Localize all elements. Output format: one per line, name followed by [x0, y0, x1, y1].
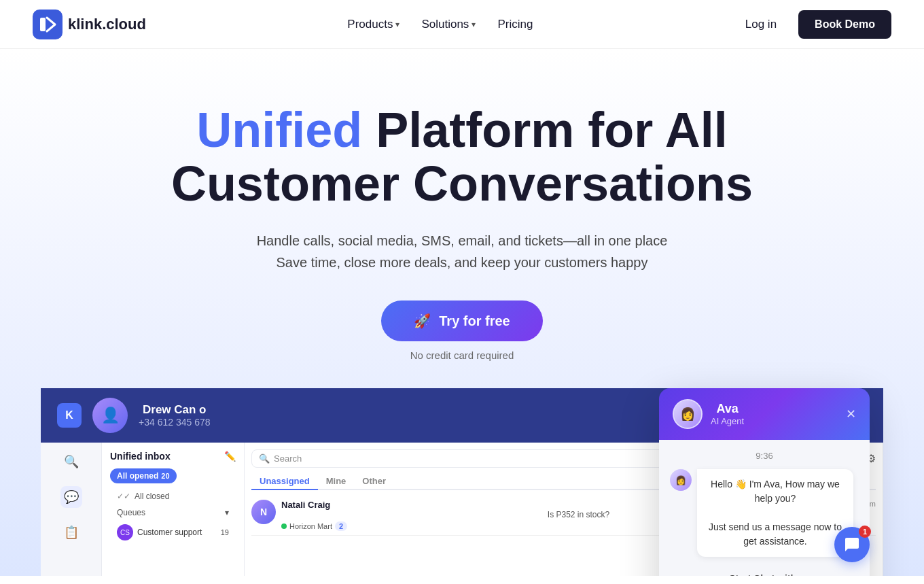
check-icon: ✓✓ [117, 492, 130, 501]
caller-name: Drew Can o [139, 403, 211, 417]
search-sidebar-icon[interactable]: 🔍 [60, 451, 82, 473]
nav-solutions-label: Solutions [421, 18, 469, 31]
chat-bubble: Hello 👋 I'm Ava, How may we help you? Ju… [697, 469, 853, 557]
queues-label: Queues [117, 508, 145, 517]
inbox-title: Unified inbox [110, 451, 171, 462]
search-icon: 🔍 [259, 453, 270, 464]
tag-dot-icon [281, 523, 287, 529]
try-for-free-button[interactable]: 🚀 Try for free [381, 300, 542, 341]
hero-section: Unified Platform for All Customer Conver… [0, 49, 924, 576]
message-badge: 2 [335, 521, 347, 531]
queues-chevron-icon: ▾ [225, 508, 229, 517]
customer-support-count: 19 [221, 528, 229, 536]
nav-products-label: Products [347, 18, 393, 31]
chat-start-section: Start Chat with: [670, 565, 859, 576]
chat-bubble-wrap: 👩 Hello 👋 I'm Ava, How may we help you? … [670, 469, 859, 557]
chat-agent-avatar: 👩 [673, 399, 703, 429]
caller-avatar: 👤 [92, 398, 128, 433]
hero-title-accent: Unified [196, 103, 362, 157]
cta-label: Try for free [439, 313, 510, 329]
chat-header-left: 👩 Ava AI Agent [673, 399, 744, 429]
rocket-icon: 🚀 [414, 313, 431, 329]
demo-area: K 👤 Drew Can o +34 612 345 678 Ringing ○… [41, 388, 883, 576]
solutions-chevron-icon: ▾ [472, 20, 476, 29]
nav-pricing-label: Pricing [497, 18, 533, 31]
chat-agent-info: Ava AI Agent [711, 402, 744, 426]
book-demo-button[interactable]: Book Demo [798, 10, 891, 39]
k-logo-icon: K [57, 403, 82, 428]
chat-agent-avatar-inner: 👩 [674, 400, 701, 428]
nav-products[interactable]: Products ▾ [347, 12, 399, 37]
filter-opened-label: All opened [117, 471, 158, 481]
inbox-title-row: Unified inbox ✏️ [110, 451, 236, 462]
logo-icon [33, 10, 63, 39]
chat-sub-greeting: Just send us a message now to get assist… [709, 521, 842, 547]
hero-subtitle-line2: Save time, close more deals, and keep yo… [277, 255, 648, 270]
login-button[interactable]: Log in [734, 12, 787, 37]
chat-agent-name: Ava [711, 402, 744, 416]
brand-name: klink.cloud [68, 16, 146, 33]
caller-info: Drew Can o +34 612 345 678 [139, 403, 211, 428]
chat-greeting: Hello 👋 I'm Ava, How may we help you? [711, 479, 840, 504]
inbox-sidebar-icon[interactable]: 💬 [60, 486, 82, 508]
customer-support-name: Customer support [137, 528, 202, 537]
svg-rect-0 [40, 18, 46, 31]
calling-left: K 👤 Drew Can o +34 612 345 678 [57, 398, 211, 433]
all-closed-row[interactable]: ✓✓ All closed [110, 489, 236, 504]
tab-unassigned[interactable]: Unassigned [251, 473, 318, 490]
inbox-sidebar: 🔍 💬 📋 [41, 443, 102, 576]
tab-other[interactable]: Other [354, 473, 394, 489]
no-credit-card-text: No credit card required [410, 349, 514, 361]
hero-subtitle: Handle calls, social media, SMS, email, … [245, 230, 679, 273]
customer-support-row[interactable]: CS Customer support 19 [110, 521, 236, 543]
filter-opened[interactable]: All opened 20 [110, 468, 177, 483]
notes-sidebar-icon[interactable]: 📋 [60, 521, 82, 543]
chat-timestamp: 9:36 [670, 451, 859, 461]
search-placeholder: Search [274, 453, 302, 464]
filter-opened-count: 20 [161, 472, 169, 480]
all-closed-label: All closed [135, 492, 169, 501]
inbox-left-panel: Unified inbox ✏️ All opened 20 ✓✓ All cl… [102, 443, 245, 576]
caller-phone: +34 612 345 678 [139, 417, 211, 428]
message-avatar: N [251, 500, 276, 524]
tab-mine[interactable]: Mine [318, 473, 355, 489]
nav-center: Products ▾ Solutions ▾ Pricing [347, 12, 533, 37]
navigation: klink.cloud Products ▾ Solutions ▾ Prici… [0, 0, 924, 49]
edit-icon[interactable]: ✏️ [224, 451, 236, 462]
hero-title: Unified Platform for All Customer Conver… [156, 103, 768, 211]
nav-solutions[interactable]: Solutions ▾ [421, 12, 476, 37]
chat-launcher[interactable]: 1 [834, 527, 870, 562]
chat-close-icon[interactable]: ✕ [846, 407, 856, 422]
chat-agent-role: AI Agent [711, 416, 744, 426]
queues-row[interactable]: Queues ▾ [110, 504, 236, 521]
hero-cta-wrap: 🚀 Try for free No credit card required [14, 300, 910, 361]
inbox-filter-row: All opened 20 [110, 468, 236, 483]
nav-pricing[interactable]: Pricing [497, 12, 533, 37]
hero-subtitle-line1: Handle calls, social media, SMS, email, … [257, 233, 668, 248]
chat-header: 👩 Ava AI Agent ✕ [659, 388, 870, 440]
logo[interactable]: klink.cloud [33, 10, 146, 39]
message-tag-name: Horizon Mart [289, 522, 332, 530]
products-chevron-icon: ▾ [395, 20, 399, 29]
message-sender-name: Natali Craig [281, 500, 330, 510]
chat-start-label: Start Chat with: [670, 573, 859, 576]
caller-avatar-inner: 👤 [92, 398, 128, 433]
customer-support-avatar: CS [117, 524, 133, 540]
nav-right: Log in Book Demo [734, 10, 891, 39]
chat-bubble-avatar: 👩 [670, 469, 692, 491]
